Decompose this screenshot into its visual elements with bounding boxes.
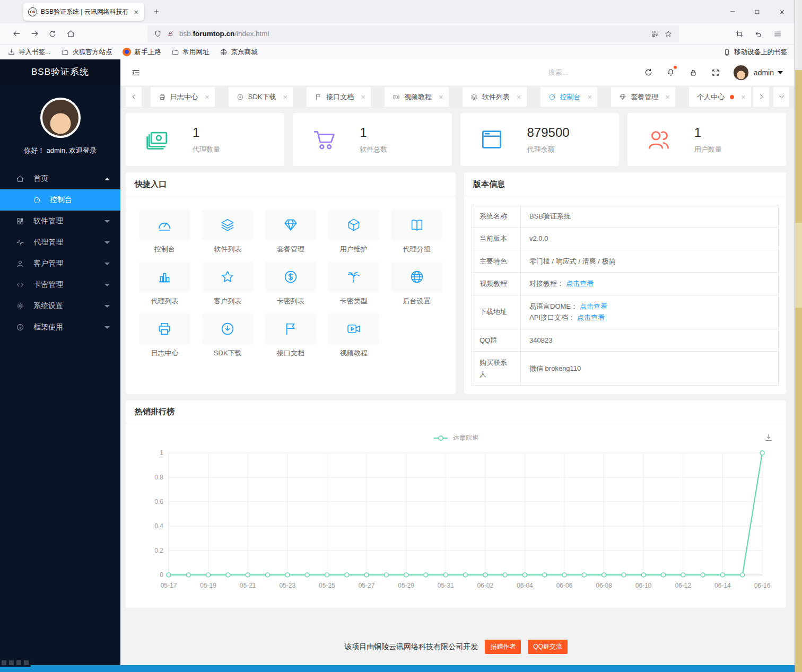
quick-entry-log-center[interactable]: 日志中心 [139,313,190,358]
new-tab-button[interactable] [153,8,160,15]
sidebar-item-home[interactable]: 首页 [0,168,120,189]
stat-value: 1 [694,125,722,140]
maximize-button[interactable] [745,0,770,23]
user-avatar[interactable] [733,65,749,81]
minimize-button[interactable] [720,0,745,23]
close-icon[interactable]: × [517,92,521,101]
tab-sdk-download[interactable]: SDK下载× [229,87,293,107]
sidebar-item-agent-management[interactable]: 代理管理 [0,232,120,253]
link-click-to-view[interactable]: 点击查看 [580,302,607,310]
qr-icon [651,30,659,38]
notifications-bell-icon[interactable] [660,59,682,86]
close-icon[interactable]: × [361,92,365,101]
qr-code-icon[interactable] [651,30,659,38]
bookmark-import-bookmarks[interactable]: 导入书签... [7,48,50,57]
sidebar-item-system-settings[interactable]: 系统设置 [0,295,120,317]
tabs-menu-dropdown[interactable] [773,87,789,107]
close-icon[interactable]: × [665,92,670,101]
bookmark-star-icon[interactable] [664,30,673,38]
close-icon[interactable]: × [205,92,210,101]
tabs-bar-right [751,87,791,107]
quick-entry-backend-settings[interactable]: 后台设置 [391,261,442,306]
home-button[interactable] [62,25,80,42]
tabs-scroll-right[interactable] [753,87,769,107]
search-input[interactable] [548,68,616,76]
avatar[interactable] [40,98,81,138]
sidebar-item-console[interactable]: 控制台 [0,189,120,211]
shield-icon[interactable] [154,30,162,38]
quick-entry-card-key-list[interactable]: 卡密列表 [265,261,317,306]
close-button[interactable] [770,0,795,23]
tab-console[interactable]: 控制台× [541,87,598,107]
sidebar-item-customer-management[interactable]: 客户管理 [0,253,120,274]
link-click-to-view[interactable]: 点击查看 [566,280,594,287]
lock-screen-icon[interactable] [682,59,704,86]
lock-crossed-icon[interactable] [167,30,175,38]
tab-close-icon[interactable]: × [133,8,140,16]
chart-legend[interactable]: 达摩院旗 [134,431,778,446]
tab-video-tutorial[interactable]: 视频教程× [385,87,449,107]
menu-hamburger-icon[interactable] [773,30,782,38]
bookmark-common-sites[interactable]: 常用网址 [171,48,209,57]
close-icon[interactable]: × [588,92,592,101]
quick-entry-video-tutorial[interactable]: 视频教程 [328,313,379,358]
chevRight-icon [757,93,765,101]
closeX-icon [778,8,786,16]
sidebar-item-card-key-management[interactable]: 卡密管理 [0,274,120,295]
tab-personal-center[interactable]: 个人中心× [689,87,751,107]
quick-entry-agent-group[interactable]: 代理分组 [391,210,442,254]
qq-group-chat-button[interactable]: QQ群交流 [528,640,568,654]
tab-package-management[interactable]: 套餐管理× [611,87,675,107]
close-icon[interactable]: × [283,92,288,101]
quick-entry-customer-list[interactable]: 客户列表 [202,261,254,306]
tabs-scroll-left[interactable] [126,87,142,107]
printer-icon [156,321,172,337]
quick-entry-agent-list[interactable]: 代理列表 [139,261,190,306]
quick-entry-software-list[interactable]: 软件列表 [202,210,254,254]
quick-entry-api-docs[interactable]: 接口文档 [265,313,317,358]
browser-tab[interactable]: OK BSB验证系统 | 云讯网络科技有 × [23,3,144,21]
screenshot-crop-icon[interactable] [735,30,744,38]
chevron-down-icon[interactable] [778,71,783,74]
content: 1代理数量1软件总数879500代理余额1用户数量 快捷入口 控制台软件列表套餐… [120,108,795,672]
quick-entry-package-management[interactable]: 套餐管理 [265,210,317,254]
refresh-icon[interactable] [638,59,660,86]
bookmark-getting-started[interactable]: 新手上路 [123,48,161,57]
undo-arrow-icon[interactable] [754,30,763,38]
row-value: 易语言DOME：点击查看API接口文档：点击查看 [521,295,779,329]
tab-label: 软件列表 [482,92,510,102]
tab-api-docs[interactable]: 接口文档× [307,87,371,107]
donate-author-button[interactable]: 捐赠作者 [485,640,521,654]
close-icon[interactable]: × [439,92,443,101]
username[interactable]: admin [754,68,774,77]
fullscreen-icon[interactable] [704,59,727,86]
quick-entry-console[interactable]: 控制台 [139,210,190,254]
sidebar-item-software-management[interactable]: 软件管理 [0,211,120,232]
url-bar[interactable]: bsb.forumtop.cn/index.html [147,25,679,42]
bookmark-jd-mall[interactable]: 京东商城 [220,48,257,57]
quick-entry-user-maintenance[interactable]: 用户维护 [328,210,379,254]
browser-titlebar: OK BSB验证系统 | 云讯网络科技有 × [0,0,795,23]
quick-entry-card-key-type[interactable]: 卡密类型 [328,261,379,306]
link-click-to-view[interactable]: 点击查看 [577,313,605,321]
row-label: 系统名称 [472,205,521,228]
maxIc-icon [754,8,761,15]
sidebar-item-framework-usage[interactable]: 框架使用 [0,317,120,338]
tab-log-center[interactable]: 日志中心× [151,87,215,107]
version-row-main-features: 主要特色零门槛 / 响应式 / 清爽 / 极简 [472,250,779,272]
background-window-strip [795,0,802,672]
sidebar-collapse-icon[interactable] [131,68,141,77]
bookmark-firefox-official[interactable]: 火狐官方站点 [61,48,112,57]
panel-title: 热销排行榜 [126,400,786,424]
download-export-icon[interactable] [764,433,773,442]
reload-button[interactable] [43,25,62,42]
url-text[interactable]: bsb.forumtop.cn/index.html [179,30,647,38]
close-icon[interactable]: × [741,92,746,101]
printer-icon [159,93,166,101]
back-button[interactable] [7,25,25,42]
tab-software-list[interactable]: 软件列表× [463,87,527,107]
mobile-bookmarks[interactable]: 移动设备上的书签 [723,48,787,57]
forward-button[interactable] [25,25,43,42]
quick-entry-sdk-download[interactable]: SDK下载 [202,313,254,358]
browser-navbar: bsb.forumtop.cn/index.html [0,23,795,45]
